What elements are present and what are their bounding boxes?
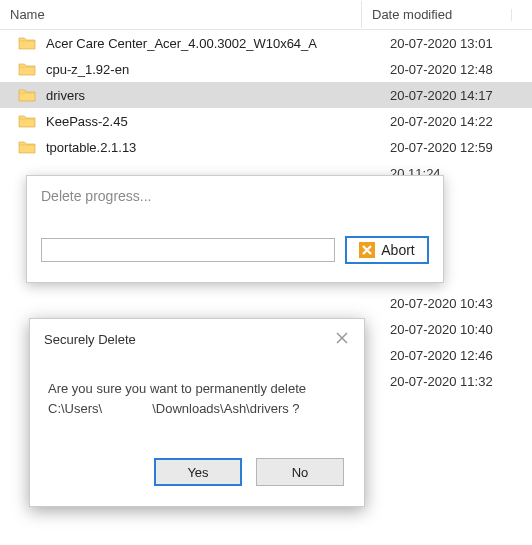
delete-progress-dialog: Delete progress... Abort — [26, 175, 444, 283]
cancel-icon — [359, 242, 375, 258]
close-icon[interactable] — [332, 329, 352, 349]
table-row[interactable]: KeePass-2.4520-07-2020 14:22 — [0, 108, 532, 134]
cell-date: 20-07-2020 14:17 — [380, 88, 530, 103]
cell-date: 20-07-2020 14:22 — [380, 114, 530, 129]
folder-icon — [18, 36, 36, 50]
abort-label: Abort — [381, 242, 414, 258]
file-name: drivers — [46, 88, 85, 103]
header-name[interactable]: Name — [0, 1, 361, 28]
progress-bar — [41, 238, 335, 262]
cell-date: 20-07-2020 12:46 — [380, 348, 530, 363]
redacted-username — [102, 403, 152, 416]
cell-date: 20-07-2020 12:59 — [380, 140, 530, 155]
confirm-message: Are you sure you want to permanently del… — [30, 353, 364, 428]
folder-icon — [18, 88, 36, 102]
header-divider — [511, 9, 532, 21]
yes-button[interactable]: Yes — [154, 458, 242, 486]
table-row[interactable]: Acer Care Center_Acer_4.00.3002_W10x64_A… — [0, 30, 532, 56]
file-name: KeePass-2.45 — [46, 114, 128, 129]
confirm-dialog: Securely Delete Are you sure you want to… — [29, 318, 365, 507]
cell-date: 20-07-2020 12:48 — [380, 62, 530, 77]
file-name: tportable.2.1.13 — [46, 140, 136, 155]
header-date[interactable]: Date modified — [361, 1, 511, 28]
table-row[interactable]: cpu-z_1.92-en20-07-2020 12:48 — [0, 56, 532, 82]
table-row[interactable]: drivers20-07-2020 14:17 — [0, 82, 532, 108]
folder-icon — [18, 114, 36, 128]
file-name: Acer Care Center_Acer_4.00.3002_W10x64_A — [46, 36, 317, 51]
file-name: cpu-z_1.92-en — [46, 62, 129, 77]
cell-date: 20-07-2020 11:32 — [380, 374, 530, 389]
dialog-title: Delete progress... — [27, 176, 443, 216]
cell-name: Acer Care Center_Acer_4.00.3002_W10x64_A — [0, 36, 380, 51]
folder-icon — [18, 140, 36, 154]
column-headers: Name Date modified — [0, 0, 532, 30]
cell-date: 20-07-2020 13:01 — [380, 36, 530, 51]
cell-name: cpu-z_1.92-en — [0, 62, 380, 77]
confirm-title: Securely Delete — [44, 332, 332, 347]
no-button[interactable]: No — [256, 458, 344, 486]
cell-name: KeePass-2.45 — [0, 114, 380, 129]
table-row[interactable]: 20-07-2020 10:43 — [0, 290, 532, 316]
cell-date: 20-07-2020 10:43 — [380, 296, 530, 311]
cell-date: 20-07-2020 10:40 — [380, 322, 530, 337]
cell-name: drivers — [0, 88, 380, 103]
table-row[interactable]: tportable.2.1.1320-07-2020 12:59 — [0, 134, 532, 160]
cell-name: tportable.2.1.13 — [0, 140, 380, 155]
abort-button[interactable]: Abort — [345, 236, 429, 264]
folder-icon — [18, 62, 36, 76]
